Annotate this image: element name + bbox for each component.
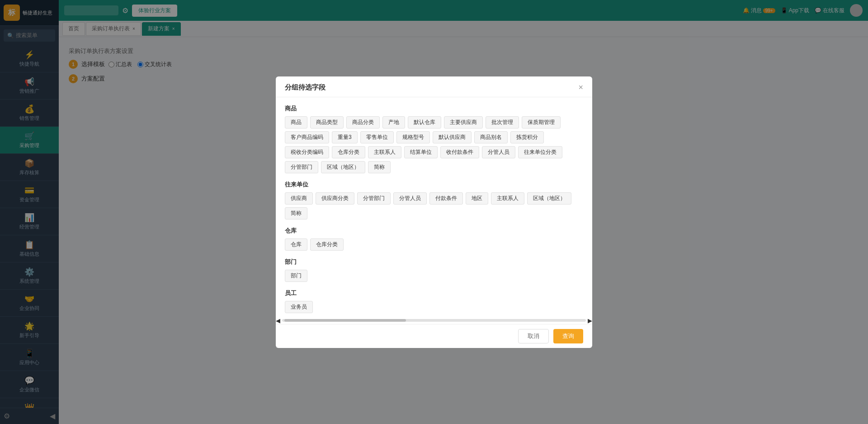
modal-confirm-button[interactable]: 查询 (553, 329, 583, 343)
field-tag-supplier-category[interactable]: 供应商分类 (316, 192, 354, 205)
field-tag-weight3[interactable]: 重量3 (332, 131, 358, 143)
field-tag-department[interactable]: 部门 (285, 270, 307, 282)
field-tag-origin[interactable]: 产地 (382, 116, 405, 129)
hscroll-right-arrow[interactable]: ▶ (588, 317, 592, 324)
section-partner-title: 往来单位 (285, 181, 583, 189)
field-tag-salesperson[interactable]: 业务员 (285, 301, 313, 313)
section-warehouse-tags: 仓库 仓库分类 (285, 238, 583, 251)
hscroll-thumb (284, 319, 406, 322)
field-tag-main-supplier[interactable]: 主要供应商 (444, 116, 483, 129)
section-warehouse-title: 仓库 (285, 227, 583, 235)
section-partner-tags: 供应商 供应商分类 分管部门 分管人员 付款条件 地区 主联系人 区域（地区） … (285, 192, 583, 219)
field-tag-warehouse-cat[interactable]: 仓库分类 (310, 238, 344, 251)
field-tag-main-contact[interactable]: 主联系人 (368, 146, 401, 158)
section-employee-title: 员工 (285, 289, 583, 297)
section-employee: 员工 业务员 (285, 289, 583, 313)
field-tag-partner-contact[interactable]: 主联系人 (491, 192, 524, 205)
modal-title: 分组待选字段 (285, 83, 326, 92)
modal-cancel-button[interactable]: 取消 (518, 329, 549, 343)
field-tag-settlement-unit[interactable]: 结算单位 (404, 146, 438, 158)
field-tag-supplier[interactable]: 供应商 (285, 192, 313, 205)
modal-close-button[interactable]: × (578, 83, 583, 92)
field-tag-abbr[interactable]: 简称 (368, 161, 391, 173)
modal-horizontal-scrollbar[interactable]: ◀ ▶ (276, 315, 592, 324)
field-tag-goods-category[interactable]: 商品分类 (346, 116, 380, 129)
field-tag-partner-category[interactable]: 往来单位分类 (518, 146, 562, 158)
field-tag-pick-points[interactable]: 拣货积分 (510, 131, 544, 143)
modal-body[interactable]: 商品 商品 商品类型 商品分类 产地 默认仓库 主要供应商 批次管理 保质期管理… (276, 97, 592, 315)
field-tag-tax-code[interactable]: 税收分类编码 (285, 146, 329, 158)
section-partner: 往来单位 供应商 供应商分类 分管部门 分管人员 付款条件 地区 主联系人 区域… (285, 181, 583, 219)
field-tag-spec-model[interactable]: 规格型号 (396, 131, 430, 143)
field-select-modal: 分组待选字段 × 商品 商品 商品类型 商品分类 产地 默认仓库 (276, 76, 592, 348)
hscroll-bar (282, 319, 586, 322)
section-department-title: 部门 (285, 258, 583, 266)
field-tag-retail-unit[interactable]: 零售单位 (360, 131, 394, 143)
field-tag-default-supplier[interactable]: 默认供应商 (433, 131, 472, 143)
section-department: 部门 部门 (285, 258, 583, 282)
section-employee-tags: 业务员 (285, 301, 583, 313)
section-warehouse: 仓库 仓库 仓库分类 (285, 227, 583, 251)
field-tag-warehouse[interactable]: 仓库 (285, 238, 307, 251)
field-tag-partner-region[interactable]: 区域（地区） (527, 192, 571, 205)
modal-backdrop: 分组待选字段 × 商品 商品 商品类型 商品分类 产地 默认仓库 (59, 0, 868, 424)
field-tag-shelf-life[interactable]: 保质期管理 (522, 116, 561, 129)
field-tag-payment-condition[interactable]: 付款条件 (429, 192, 463, 205)
modal-footer: 取消 查询 (276, 324, 592, 348)
field-tag-partner-abbr[interactable]: 简称 (285, 207, 307, 219)
field-tag-customer-code[interactable]: 客户商品编码 (285, 131, 329, 143)
field-tag-partner-dept[interactable]: 分管部门 (357, 192, 391, 205)
field-tag-default-warehouse[interactable]: 默认仓库 (408, 116, 441, 129)
field-tag-goods[interactable]: 商品 (285, 116, 307, 129)
main-area: ⚙ 体验行业方案 🔔 消息 99+ 📱 App下载 💬 在线客服 (59, 0, 868, 424)
field-tag-supervisor[interactable]: 分管人员 (482, 146, 515, 158)
field-tag-batch-mgmt[interactable]: 批次管理 (486, 116, 519, 129)
section-department-tags: 部门 (285, 270, 583, 282)
hscroll-left-arrow[interactable]: ◀ (276, 317, 280, 324)
field-tag-partner-supervisor[interactable]: 分管人员 (393, 192, 427, 205)
section-goods-tags: 商品 商品类型 商品分类 产地 默认仓库 主要供应商 批次管理 保质期管理 客户… (285, 116, 583, 173)
field-tag-warehouse-category[interactable]: 仓库分类 (332, 146, 365, 158)
field-tag-dept-supervisor[interactable]: 分管部门 (285, 161, 318, 173)
field-tag-area[interactable]: 地区 (466, 192, 488, 205)
field-tag-payment-terms[interactable]: 收付款条件 (440, 146, 479, 158)
section-goods-title: 商品 (285, 105, 583, 113)
field-tag-region[interactable]: 区域（地区） (321, 161, 365, 173)
section-goods: 商品 商品 商品类型 商品分类 产地 默认仓库 主要供应商 批次管理 保质期管理… (285, 105, 583, 173)
modal-header: 分组待选字段 × (276, 76, 592, 97)
field-tag-goods-type[interactable]: 商品类型 (310, 116, 344, 129)
field-tag-goods-alias[interactable]: 商品别名 (474, 131, 508, 143)
